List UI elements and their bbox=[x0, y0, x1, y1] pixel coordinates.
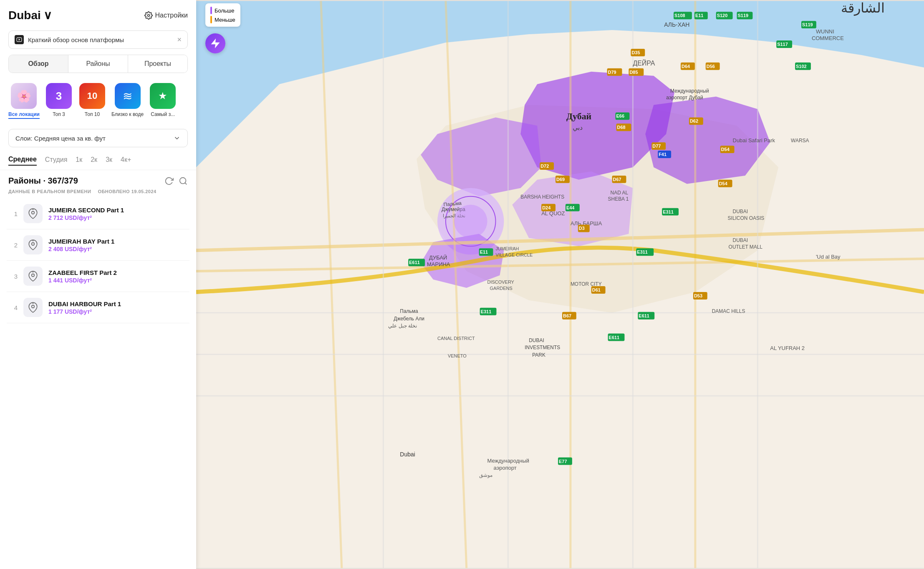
filter-top10-label: Топ 10 bbox=[85, 111, 100, 117]
svg-text:Пальма: Пальма bbox=[400, 308, 418, 314]
tab-districts[interactable]: Районы bbox=[68, 55, 128, 73]
legend-more: Больше bbox=[210, 7, 235, 14]
map-container: Дубай دبي ДЕЙРА ديرة AL QUOZ Пальма Джум… bbox=[196, 0, 924, 569]
filter-water[interactable]: ≋ Близко к воде bbox=[111, 83, 144, 119]
districts-count-title: Районы · 367/379 bbox=[8, 176, 78, 186]
svg-text:D54: D54 bbox=[721, 147, 730, 152]
chevron-down-icon bbox=[173, 134, 181, 142]
district-icon-4 bbox=[23, 298, 43, 317]
svg-text:D24: D24 bbox=[542, 205, 551, 210]
svg-text:Dubai Safari Park: Dubai Safari Park bbox=[733, 137, 775, 144]
youtube-play-icon bbox=[16, 37, 22, 43]
filter-all-label: Все локации bbox=[8, 111, 40, 119]
svg-text:D3: D3 bbox=[579, 226, 585, 231]
svg-text:Dubai: Dubai bbox=[400, 451, 415, 458]
svg-text:DUBAI: DUBAI bbox=[733, 209, 748, 214]
svg-point-141 bbox=[32, 243, 35, 246]
svg-text:S119: S119 bbox=[802, 22, 813, 27]
district-item-3[interactable]: 3 ZAABEEL FIRST Part 2 1 441 USD/фут² bbox=[7, 261, 189, 292]
filter-top3[interactable]: 3 Топ 3 bbox=[45, 83, 73, 119]
svg-text:D77: D77 bbox=[652, 144, 661, 149]
svg-text:DISCOVERY: DISCOVERY bbox=[487, 279, 515, 284]
svg-text:E11: E11 bbox=[695, 13, 704, 18]
svg-text:D54: D54 bbox=[719, 181, 728, 186]
search-icon[interactable] bbox=[179, 176, 188, 186]
svg-text:VILLAGE CIRCLE: VILLAGE CIRCLE bbox=[496, 252, 533, 257]
tab-overview[interactable]: Обзор bbox=[9, 55, 68, 73]
layer-selector[interactable]: Слои: Средняя цена за кв. фут bbox=[8, 129, 188, 147]
districts-section-header: Районы · 367/379 bbox=[0, 170, 196, 188]
filter-best-icon: ★ bbox=[150, 83, 176, 109]
svg-text:JUMEIRAH: JUMEIRAH bbox=[496, 246, 519, 251]
svg-text:E311: E311 bbox=[637, 249, 648, 254]
filter-top3-label: Топ 3 bbox=[53, 111, 65, 117]
search-box[interactable]: Краткий обзор основ платформы × bbox=[8, 30, 188, 49]
tab-projects[interactable]: Проекты bbox=[128, 55, 187, 73]
filter-top10-icon: 10 bbox=[79, 83, 105, 109]
svg-text:E611: E611 bbox=[639, 313, 649, 318]
lightning-button[interactable] bbox=[205, 33, 225, 53]
district-info-4: DUBAI HARBOUR Part 1 1 177 USD/фут² bbox=[48, 300, 186, 315]
svg-text:D68: D68 bbox=[617, 125, 626, 130]
filter-chips: 🌸 Все локации 3 Топ 3 10 Топ 10 ≋ Близко… bbox=[0, 79, 196, 123]
svg-text:COMMERCE: COMMERCE bbox=[812, 35, 844, 41]
subtab-average[interactable]: Среднее bbox=[8, 156, 37, 166]
settings-icon bbox=[144, 11, 153, 20]
subtab-3k[interactable]: 3к bbox=[106, 156, 112, 166]
district-name-2: JUMEIRAH BAY Part 1 bbox=[48, 238, 186, 245]
refresh-icon[interactable] bbox=[164, 176, 174, 186]
filter-top10[interactable]: 10 Топ 10 bbox=[78, 83, 106, 119]
district-name-1: JUMEIRA SECOND Part 1 bbox=[48, 206, 186, 214]
svg-text:F41: F41 bbox=[659, 152, 666, 157]
filter-water-icon: ≋ bbox=[115, 83, 141, 109]
legend-color-more bbox=[210, 7, 212, 14]
svg-text:E611: E611 bbox=[409, 260, 420, 265]
svg-text:GARDENS: GARDENS bbox=[490, 286, 512, 291]
district-item-4[interactable]: 4 DUBAI HARBOUR Part 1 1 177 USD/фут² bbox=[7, 292, 189, 323]
svg-text:SHEBA 1: SHEBA 1 bbox=[608, 196, 629, 202]
filter-top3-icon: 3 bbox=[46, 83, 72, 109]
svg-text:E11: E11 bbox=[480, 249, 488, 254]
svg-text:S102: S102 bbox=[796, 64, 807, 69]
svg-text:PARK: PARK bbox=[532, 352, 545, 358]
svg-text:E77: E77 bbox=[559, 459, 567, 464]
district-item-2[interactable]: 2 JUMEIRAH BAY Part 1 2 408 USD/фут² bbox=[7, 229, 189, 261]
svg-point-135 bbox=[147, 14, 149, 16]
svg-text:аэропорт Дубай: аэропорт Дубай bbox=[666, 95, 703, 101]
subtab-2k[interactable]: 2к bbox=[91, 156, 97, 166]
district-item-1[interactable]: 1 JUMEIRA SECOND Part 1 2 712 USD/фут² bbox=[7, 198, 189, 229]
settings-label: Настройки bbox=[155, 12, 188, 19]
svg-text:E66: E66 bbox=[616, 113, 625, 118]
svg-text:B67: B67 bbox=[563, 313, 571, 318]
svg-text:D67: D67 bbox=[613, 177, 621, 182]
subtab-4k[interactable]: 4к+ bbox=[121, 156, 131, 166]
filter-all-locations[interactable]: 🌸 Все локации bbox=[8, 83, 40, 119]
district-num-4: 4 bbox=[10, 304, 18, 311]
district-icon-1 bbox=[23, 204, 43, 223]
svg-text:ДЕЙРА: ДЕЙРА bbox=[633, 59, 655, 67]
filter-water-label: Близко к воде bbox=[111, 111, 144, 117]
svg-text:S117: S117 bbox=[777, 42, 788, 47]
city-title-button[interactable]: Dubai ∨ bbox=[8, 8, 52, 22]
subtab-studio[interactable]: Студия bbox=[45, 156, 67, 166]
legend-more-label: Больше bbox=[215, 8, 235, 14]
svg-text:E311: E311 bbox=[663, 209, 674, 214]
svg-text:دبي: دبي bbox=[573, 124, 583, 131]
district-icon-2 bbox=[23, 235, 43, 254]
district-price-4: 1 177 USD/фут² bbox=[48, 308, 186, 315]
filter-best-label: Самый з... bbox=[151, 111, 175, 117]
svg-text:AL YUFRAH 2: AL YUFRAH 2 bbox=[770, 345, 805, 351]
district-num-2: 2 bbox=[10, 242, 18, 249]
district-price-1: 2 712 USD/фут² bbox=[48, 214, 186, 221]
layer-text: Слои: Средняя цена за кв. фут bbox=[15, 135, 106, 142]
search-clear-button[interactable]: × bbox=[177, 35, 182, 44]
svg-text:S119: S119 bbox=[738, 13, 749, 18]
svg-text:D53: D53 bbox=[694, 293, 702, 298]
settings-button[interactable]: Настройки bbox=[144, 11, 188, 20]
svg-text:МАРИНА: МАРИНА bbox=[427, 261, 450, 267]
svg-text:Джебель Али: Джебель Али bbox=[394, 316, 424, 322]
subtab-1k[interactable]: 1к bbox=[76, 156, 82, 166]
svg-text:MOTOR CITY: MOTOR CITY bbox=[571, 281, 602, 287]
svg-line-138 bbox=[185, 183, 187, 184]
filter-best[interactable]: ★ Самый з... bbox=[149, 83, 177, 119]
